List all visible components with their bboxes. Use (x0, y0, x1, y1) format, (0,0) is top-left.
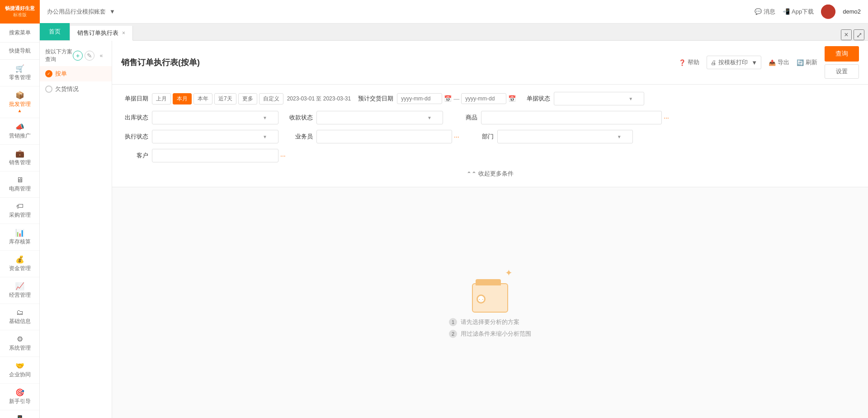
status-filter-item: 单据状态 ▼ (523, 92, 644, 105)
filter-row-1: 单据日期 上月 本月 本年 近7天 更多 自定义 2023-03-01 至 20… (121, 92, 859, 105)
customer-filter-item: 客户 ··· (121, 149, 286, 162)
print-label: 按模板打印 (718, 58, 748, 66)
sidebar-item-inventory[interactable]: 📊 库存核算 (0, 224, 39, 251)
salesman-label: 业务员 (286, 133, 313, 141)
sidebar-item-ecommerce[interactable]: 🖥 电商管理 (0, 171, 39, 198)
empty-tips: 1 请先选择要分析的方案 2 用过滤条件来缩小分析范围 (449, 318, 531, 338)
sidebar-item-finance[interactable]: 💰 资金管理 (0, 251, 39, 277)
dept-label: 部门 (467, 133, 494, 141)
sidebar-item-retail[interactable]: 🛒 零售管理 (0, 60, 39, 86)
sidebar-item-marketing[interactable]: 📣 营销推广 (0, 118, 39, 145)
collapse-panel-button[interactable]: « (96, 51, 106, 61)
scheme-item-按单[interactable]: ✓ 按单 (40, 66, 112, 81)
sidebar-item-purchase[interactable]: 🏷 采购管理 (0, 198, 39, 224)
sidebar-item-wholesale[interactable]: 📦 批发管理 ▲ (0, 86, 39, 118)
avatar-image (821, 5, 835, 19)
sidebar-item-app[interactable]: 📱 应用中心 (0, 410, 39, 418)
app-download-action[interactable]: 📲 App下载 (783, 8, 814, 16)
tab-minimize-button[interactable]: × (841, 29, 852, 40)
dept-filter-item: 部门 ▼ (467, 130, 633, 143)
date-btn-custom[interactable]: 自定义 (259, 93, 283, 104)
sidebar: 畅捷通好生意 标准版 搜索菜单 快捷导航 🛒 零售管理 📦 批发管理 ▲ 📣 营… (0, 0, 40, 418)
date-btn-this-month[interactable]: 本月 (173, 93, 192, 104)
date-btn-this-year[interactable]: 本年 (193, 93, 212, 104)
collapse-filter-button[interactable]: ⌃⌃ 收起更多条件 (461, 168, 519, 180)
recv-status-dropdown[interactable]: ▼ (316, 111, 443, 124)
right-panel: 销售订单执行表(按单) ❓ 帮助 🖨 按模板打印 ▼ 📤 导出 (112, 41, 868, 418)
date-btn-more[interactable]: 更多 (238, 93, 257, 104)
breadcrumb-text: 办公用品行业模拟账套 (47, 8, 106, 16)
refresh-button[interactable]: 🔄 刷新 (797, 58, 817, 66)
expected-date-start-input[interactable] (397, 93, 442, 104)
sidebar-item-corp[interactable]: 🤝 企业协同 (0, 357, 39, 384)
marketing-icon: 📣 (15, 123, 24, 131)
tab-maximize-button[interactable]: ⤢ (854, 29, 864, 40)
logo-text: 畅捷通好生意 (5, 5, 35, 11)
expected-date-end-input[interactable] (461, 93, 506, 104)
tab-close-icon[interactable]: × (122, 30, 125, 36)
help-button[interactable]: ❓ 帮助 (679, 58, 699, 66)
dept-dropdown[interactable]: ▼ (497, 130, 633, 143)
settings-button[interactable]: 设置 (825, 64, 859, 79)
status-chevron-icon: ▼ (628, 96, 633, 101)
refresh-icon: 🔄 (797, 59, 804, 66)
sidebar-item-operation[interactable]: 📈 经营管理 (0, 277, 39, 304)
sidebar-item-system[interactable]: ⚙ 系统管理 (0, 330, 39, 357)
newbie-icon: 🎯 (15, 388, 24, 397)
calendar-icon-start[interactable]: 📅 (444, 95, 452, 102)
sidebar-item-basic[interactable]: 🗂 基础信息 (0, 304, 39, 330)
customer-input[interactable] (152, 149, 278, 162)
ecommerce-icon: 🖥 (16, 176, 24, 184)
empty-box-face-icon: •_• (479, 297, 483, 301)
calendar-icon-end[interactable]: 📅 (508, 95, 516, 102)
salesman-more-icon[interactable]: ··· (454, 133, 459, 140)
salesman-filter-item: 业务员 ··· (286, 130, 459, 143)
collapse-label: 收起更多条件 (478, 170, 514, 178)
sidebar-item-sales[interactable]: 💼 销售管理 (0, 145, 39, 171)
tab-sales-exec-label: 销售订单执行表 (77, 29, 118, 37)
tab-sales-exec[interactable]: 销售订单执行表 × (70, 26, 133, 41)
content-area: 按以下方案查询 + ✎ « ✓ 按单 欠货情况 销售 (40, 41, 868, 418)
edit-scheme-button[interactable]: ✎ (85, 51, 94, 61)
sidebar-item-marketing-label: 营销推广 (9, 132, 31, 140)
empty-tip-1: 1 请先选择要分析的方案 (449, 318, 519, 326)
retail-icon: 🛒 (15, 64, 24, 73)
quick-nav-button[interactable]: 快捷导航 (0, 44, 39, 57)
sidebar-item-retail-label: 零售管理 (9, 74, 31, 81)
username-label: demo2 (843, 8, 861, 15)
print-dropdown-arrow: ▼ (751, 59, 757, 66)
add-scheme-button[interactable]: + (73, 51, 83, 61)
wholesale-expand-icon: ▲ (18, 108, 22, 113)
date-btn-last-month[interactable]: 上月 (152, 93, 171, 104)
message-action[interactable]: 💬 消息 (755, 8, 775, 16)
out-status-filter-item: 出库状态 ▼ (121, 111, 278, 124)
left-panel-title: 按以下方案查询 (45, 48, 73, 63)
quick-nav-section: 快捷导航 (0, 43, 39, 60)
exec-status-chevron-icon: ▼ (263, 134, 267, 139)
out-status-dropdown[interactable]: ▼ (152, 111, 278, 124)
salesman-input[interactable] (316, 130, 452, 143)
expected-date-label: 预计交货日期 (358, 95, 393, 103)
status-dropdown[interactable]: ▼ (554, 92, 644, 105)
breadcrumb-dropdown[interactable]: ▼ (109, 8, 115, 15)
app-download-label: App下载 (792, 8, 814, 16)
customer-more-icon[interactable]: ··· (280, 152, 286, 159)
goods-more-icon[interactable]: ··· (664, 114, 669, 121)
print-template-button[interactable]: 🖨 按模板打印 ▼ (707, 56, 761, 69)
search-menu-button[interactable]: 搜索菜单 (3, 27, 37, 38)
goods-input[interactable] (481, 111, 662, 124)
date-btn-7days[interactable]: 近7天 (214, 93, 236, 104)
user-avatar[interactable] (821, 5, 835, 19)
sidebar-menu: 🛒 零售管理 📦 批发管理 ▲ 📣 营销推广 💼 销售管理 🖥 电商管理 🏷 采… (0, 60, 39, 418)
help-icon: ❓ (679, 59, 686, 66)
query-button[interactable]: 查询 (825, 46, 859, 62)
help-label: 帮助 (688, 58, 699, 66)
export-icon: 📤 (769, 59, 776, 66)
export-label: 导出 (778, 58, 789, 66)
tab-home[interactable]: 首页 (40, 23, 70, 40)
export-button[interactable]: 📤 导出 (769, 58, 789, 66)
scheme-item-欠货情况[interactable]: 欠货情况 (40, 81, 112, 97)
sidebar-item-newbie[interactable]: 🎯 新手引导 (0, 384, 39, 410)
exec-status-dropdown[interactable]: ▼ (152, 130, 278, 143)
page-actions: ❓ 帮助 🖨 按模板打印 ▼ 📤 导出 🔄 刷新 (679, 46, 859, 79)
